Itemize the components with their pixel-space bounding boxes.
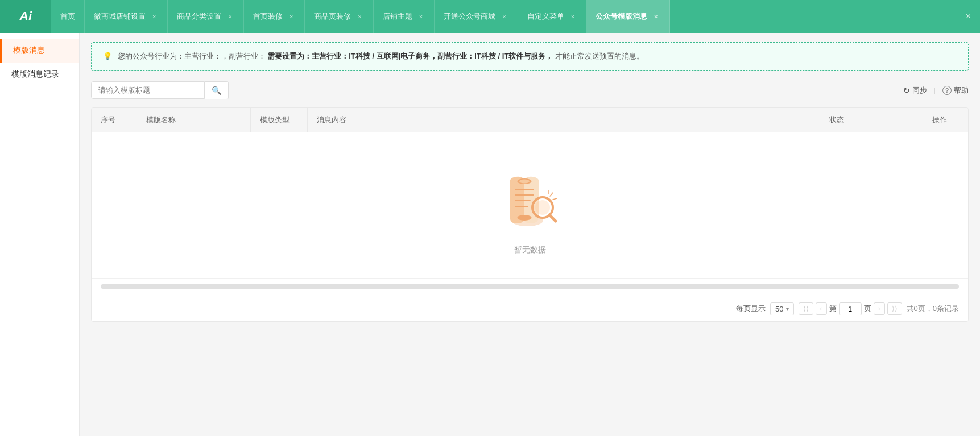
empty-illustration [496, 167, 564, 235]
nav-tab-label: 公众号模版消息 [596, 11, 647, 22]
nav-tab-label: 首页 [60, 11, 75, 22]
col-status: 状态 [820, 108, 911, 132]
search-icon: 🔍 [212, 86, 221, 95]
page-nav: ⟨⟨ ‹ 第 页 › ⟩⟩ [799, 302, 902, 315]
nav-tab-close-icon[interactable]: × [417, 12, 425, 21]
help-button[interactable]: ? 帮助 [942, 85, 969, 95]
first-page-button[interactable]: ⟨⟨ [799, 302, 813, 315]
col-name: 模版名称 [137, 108, 251, 132]
nav-tab-close-icon[interactable]: × [287, 12, 295, 21]
sync-label: 同步 [912, 85, 927, 95]
sidebar-item[interactable]: 模版消息 [0, 39, 79, 63]
page-size-select[interactable]: 50 ▾ [770, 302, 793, 315]
svg-point-2 [519, 179, 530, 183]
close-all-tabs-button[interactable]: × [957, 0, 980, 33]
search-right: ↻ 同步 | ? 帮助 [903, 85, 969, 95]
nav-tabs: 首页微商城店铺设置×商品分类设置×首页装修×商品页装修×店铺主题×开通公众号商城… [51, 0, 957, 33]
col-seq: 序号 [92, 108, 137, 132]
search-input[interactable] [91, 81, 205, 99]
horizontal-scrollbar[interactable] [92, 278, 968, 294]
nav-tab-label: 店铺主题 [383, 11, 412, 22]
sync-icon: ↻ [903, 86, 910, 95]
nav-tab-close-icon[interactable]: × [226, 12, 234, 21]
notice-box: 💡 您的公众号行业为：主营行业：，副营行业： 需要设置为：主营行业：IT科技 /… [91, 42, 969, 71]
divider: | [934, 86, 936, 94]
prev-page-button[interactable]: ‹ [816, 302, 827, 315]
content-area: 💡 您的公众号行业为：主营行业：，副营行业： 需要设置为：主营行业：IT科技 /… [80, 33, 980, 436]
notice-highlight: 需要设置为：主营行业：IT科技 / 互联网|电子商务，副营行业：IT科技 / I… [267, 52, 553, 60]
main-layout: 模版消息模版消息记录 💡 您的公众号行业为：主营行业：，副营行业： 需要设置为：… [0, 33, 980, 436]
last-page-button[interactable]: ⟩⟩ [887, 302, 902, 315]
help-label: 帮助 [954, 85, 969, 95]
pagination: 每页显示 50 ▾ ⟨⟨ ‹ 第 页 › ⟩⟩ 共0页，0条记录 [92, 294, 968, 321]
sidebar-item[interactable]: 模版消息记录 [0, 63, 79, 86]
nav-tab-label: 微商城店铺设置 [94, 11, 146, 22]
current-page-input[interactable] [839, 302, 862, 315]
sidebar: 模版消息模版消息记录 [0, 33, 80, 436]
next-page-button[interactable]: › [874, 302, 885, 315]
col-action: 操作 [911, 108, 968, 132]
notice-text-before: 您的公众号行业为：主营行业：，副营行业： [118, 52, 266, 60]
page-size-value: 50 [775, 305, 783, 313]
nav-tab[interactable]: 自定义菜单× [518, 0, 586, 33]
nav-tab-label: 商品分类设置 [177, 11, 221, 22]
nav-tab[interactable]: 首页装修× [244, 0, 305, 33]
data-table: 序号 模版名称 模版类型 消息内容 状态 操作 [91, 107, 969, 322]
svg-line-12 [553, 198, 557, 200]
nav-tab[interactable]: 开通公众号商城× [435, 0, 518, 33]
nav-tab-close-icon[interactable]: × [569, 12, 577, 21]
svg-point-3 [517, 215, 531, 221]
nav-tab-label: 自定义菜单 [527, 11, 564, 22]
table-header: 序号 模版名称 模版类型 消息内容 状态 操作 [92, 108, 968, 132]
nav-tab[interactable]: 商品分类设置× [168, 0, 243, 33]
col-type: 模版类型 [251, 108, 308, 132]
nav-tab-close-icon[interactable]: × [150, 12, 158, 21]
logo: Ai [0, 0, 51, 33]
scrollbar-track [101, 284, 959, 289]
page-label-before: 第 [829, 304, 837, 314]
help-icon: ? [942, 86, 952, 95]
search-button[interactable]: 🔍 [205, 81, 229, 99]
search-bar: 🔍 ↻ 同步 | ? 帮助 [91, 81, 969, 99]
nav-tab-close-icon[interactable]: × [355, 12, 363, 21]
nav-tab[interactable]: 公众号模版消息× [586, 0, 669, 33]
nav-tab-label: 首页装修 [253, 11, 283, 22]
svg-line-10 [549, 215, 556, 221]
nav-tab-close-icon[interactable]: × [500, 12, 508, 21]
notice-icon: 💡 [103, 52, 112, 60]
nav-tab[interactable]: 微商城店铺设置× [85, 0, 168, 33]
nav-tab[interactable]: 店铺主题× [374, 0, 435, 33]
col-content: 消息内容 [308, 108, 820, 132]
nav-tab-label: 商品页装修 [314, 11, 351, 22]
total-label: 共0页，0条记录 [907, 304, 959, 314]
page-label-after: 页 [864, 304, 871, 314]
nav-tab[interactable]: 首页 [51, 0, 85, 33]
search-left: 🔍 [91, 81, 229, 99]
nav-tab-label: 开通公众号商城 [444, 11, 495, 22]
nav-tab[interactable]: 商品页装修× [305, 0, 373, 33]
notice-text-after: 才能正常发送预置的消息。 [555, 52, 644, 60]
empty-text: 暂无数据 [514, 245, 546, 255]
svg-point-9 [535, 200, 550, 215]
svg-line-11 [550, 193, 553, 196]
page-size-label: 每页显示 [736, 304, 766, 314]
sync-button[interactable]: ↻ 同步 [903, 85, 927, 95]
top-nav: Ai 首页微商城店铺设置×商品分类设置×首页装修×商品页装修×店铺主题×开通公众… [0, 0, 980, 33]
dropdown-icon: ▾ [786, 306, 789, 312]
empty-state: 暂无数据 [92, 132, 968, 278]
logo-text: Ai [19, 9, 32, 24]
nav-tab-close-icon[interactable]: × [652, 12, 660, 21]
